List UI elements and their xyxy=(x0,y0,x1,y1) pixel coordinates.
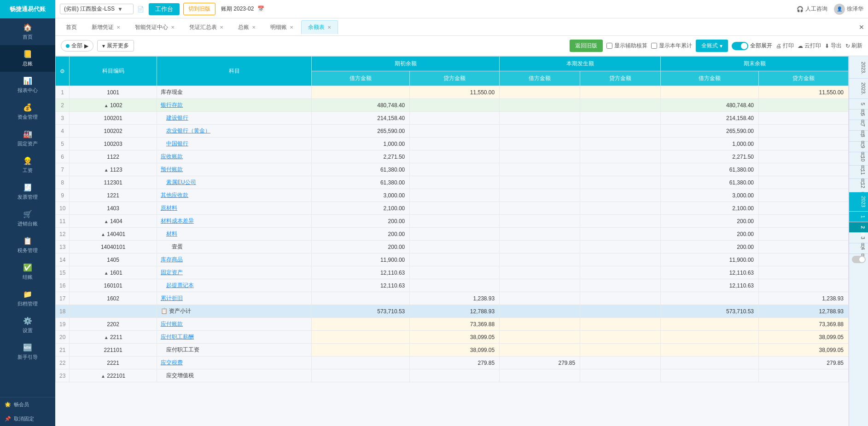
tab-detail-ledger-close[interactable]: ✕ xyxy=(290,25,293,30)
right-panel-month-7[interactable]: 7月 xyxy=(849,120,868,131)
row-name[interactable]: 应收账款 xyxy=(157,150,312,163)
sidebar-item-invoice[interactable]: 🧾 发票管理 xyxy=(0,178,55,205)
table-container[interactable]: ⚙ 科目编码 科目 期初余额 本期发生额 期末余额 借方金额 贷方金额 借方金额… xyxy=(55,56,849,426)
row-name[interactable]: 原材料 xyxy=(157,202,312,215)
row-name[interactable]: 中国银行 xyxy=(157,138,312,150)
right-panel-month-5[interactable]: 5月 xyxy=(849,99,868,109)
close-all-tabs[interactable]: ✕ xyxy=(859,23,864,31)
right-panel-month-12[interactable]: 12月 xyxy=(849,179,868,192)
cloud-print-button[interactable]: ☁ 云打印 xyxy=(798,42,821,50)
tab-general-ledger-close[interactable]: ✕ xyxy=(252,25,256,30)
refresh-button[interactable]: ↻ 刷新 xyxy=(845,42,862,50)
calendar-icon[interactable]: 📅 xyxy=(257,6,264,12)
consultant-button[interactable]: 🎧 人工咨询 xyxy=(797,5,827,13)
subject-link[interactable]: 起提票记本 xyxy=(166,282,194,288)
row-name[interactable]: 材料成本差异 xyxy=(157,215,312,228)
filter-button[interactable]: 全部 ▶ xyxy=(61,40,93,52)
subject-link[interactable]: 其他应收款 xyxy=(161,192,188,198)
sidebar-item-tax[interactable]: 📋 税务管理 xyxy=(0,232,55,259)
sidebar-item-settings[interactable]: ⚙️ 设置 xyxy=(0,312,55,339)
col-gear[interactable]: ⚙ xyxy=(56,57,70,86)
yearly-checkbox[interactable] xyxy=(651,43,657,49)
subject-link[interactable]: 农业银行（黄金） xyxy=(166,127,210,134)
subject-link[interactable]: 固定资产 xyxy=(161,269,183,276)
row-name[interactable]: 农业银行（黄金） xyxy=(157,125,312,138)
format-button[interactable]: 全账式 ▾ xyxy=(696,40,728,52)
right-panel-year-2023-2[interactable]: 2023. xyxy=(849,79,868,99)
tab-balance[interactable]: 余额表 ✕ xyxy=(301,20,338,34)
row-name[interactable]: 起提票记本 xyxy=(157,279,312,292)
subject-link[interactable]: 建设银行 xyxy=(166,115,188,121)
tab-smart-voucher-close[interactable]: ✕ xyxy=(171,25,175,30)
right-panel-year-2023-active[interactable]: 2023 xyxy=(849,192,868,211)
sidebar-item-home[interactable]: 🏠 首页 xyxy=(0,18,55,45)
right-panel-settings[interactable] xyxy=(852,256,866,263)
row-name[interactable]: 累计折旧 xyxy=(157,292,312,305)
check-yearly[interactable]: 显示本年累计 xyxy=(651,42,692,50)
right-panel-month-10[interactable]: 10月 xyxy=(849,152,868,166)
company-selector[interactable]: (劣前) 江西股金-LSS ▼ xyxy=(60,4,134,14)
sidebar-item-purchase[interactable]: 🛒 进销台账 xyxy=(0,205,55,232)
row-name[interactable]: 库存商品 xyxy=(157,253,312,266)
right-panel-month-4[interactable]: 4月 xyxy=(849,243,868,254)
row-name[interactable]: 建设银行 xyxy=(157,112,312,125)
tab-voucher-summary-close[interactable]: ✕ xyxy=(220,25,223,30)
subject-link[interactable]: 银行存款 xyxy=(161,102,183,108)
right-panel-month-8[interactable]: 8月 xyxy=(849,131,868,141)
row-name[interactable]: 银行存款 xyxy=(157,99,312,112)
row-name[interactable]: 其他应收款 xyxy=(157,189,312,202)
sidebar-item-fix-bottom[interactable]: 📌 取消固定 xyxy=(0,412,55,426)
row-name[interactable]: 材料 xyxy=(157,228,312,241)
switch-version-button[interactable]: 切到旧版 xyxy=(183,3,216,15)
sidebar-item-ledger[interactable]: 📒 总账 xyxy=(0,45,55,72)
row-name[interactable]: 应付账款 xyxy=(157,318,312,331)
right-panel-month-9[interactable]: 9月 xyxy=(849,142,868,152)
subject-link[interactable]: 原材料 xyxy=(161,205,177,211)
row-name[interactable]: 应交税费 xyxy=(157,357,312,369)
sidebar-item-archive[interactable]: 📁 归档管理 xyxy=(0,285,55,312)
tab-smart-voucher[interactable]: 智能凭证中心 ✕ xyxy=(128,20,181,34)
sidebar-item-guide[interactable]: 🆕 新手引导 xyxy=(0,339,55,365)
row-name[interactable]: 素属EU公司 xyxy=(157,176,312,189)
tab-new-voucher-close[interactable]: ✕ xyxy=(117,25,120,30)
tab-voucher-summary[interactable]: 凭证汇总表 ✕ xyxy=(182,20,230,34)
doc-icon[interactable]: 📄 xyxy=(137,6,144,12)
tab-new-voucher[interactable]: 新增凭证 ✕ xyxy=(85,20,127,34)
tab-detail-ledger[interactable]: 明细账 ✕ xyxy=(263,20,300,34)
return-old-version-button[interactable]: 返回旧版 xyxy=(570,40,603,52)
workbench-button[interactable]: 工作台 xyxy=(149,3,180,15)
tab-balance-close[interactable]: ✕ xyxy=(327,25,331,30)
expand-button[interactable]: ▾ 展开更多 xyxy=(97,40,134,52)
sidebar-item-settle[interactable]: ✅ 结账 xyxy=(0,259,55,285)
sidebar-item-fixed-assets[interactable]: 🏭 固定资产 xyxy=(0,125,55,152)
sidebar-item-report[interactable]: 📊 报表中心 xyxy=(0,72,55,98)
tab-general-ledger[interactable]: 总账 ✕ xyxy=(231,20,262,34)
subject-link[interactable]: 材料成本差异 xyxy=(161,218,194,224)
user-info[interactable]: 👤 徐泽华 xyxy=(834,4,863,15)
subject-link[interactable]: 中国银行 xyxy=(166,140,188,147)
subject-link[interactable]: 应付职工薪酬 xyxy=(161,334,194,340)
row-name[interactable]: 预付账款 xyxy=(157,163,312,176)
sidebar-item-salary[interactable]: 👷 工资 xyxy=(0,152,55,178)
subject-link[interactable]: 库存商品 xyxy=(161,256,183,263)
subject-link[interactable]: 累计折旧 xyxy=(161,295,183,301)
subject-link[interactable]: 素属EU公司 xyxy=(166,179,196,185)
subject-link[interactable]: 预付账款 xyxy=(161,166,183,173)
row-name[interactable]: 应付职工薪酬 xyxy=(157,331,312,344)
check-auxiliary[interactable]: 显示辅助核算 xyxy=(606,42,647,50)
print-button[interactable]: 🖨 打印 xyxy=(776,42,794,50)
sidebar-item-member[interactable]: 🌟 畅会员 xyxy=(0,397,55,412)
auxiliary-checkbox[interactable] xyxy=(606,43,612,49)
expand-all-toggle[interactable] xyxy=(732,42,748,50)
subject-link[interactable]: 应付账款 xyxy=(161,321,183,327)
subject-link[interactable]: 材料 xyxy=(166,230,177,237)
row-name[interactable]: 固定资产 xyxy=(157,266,312,279)
right-panel-month-2-active[interactable]: 2月 xyxy=(849,222,868,233)
right-panel-month-6[interactable]: 6月 xyxy=(849,109,868,120)
sidebar-item-capital[interactable]: 💰 资金管理 xyxy=(0,98,55,125)
tab-home[interactable]: 首页 xyxy=(59,20,84,34)
subject-link[interactable]: 应交税费 xyxy=(161,359,183,366)
right-panel-month-11[interactable]: 11月 xyxy=(849,166,868,179)
subject-link[interactable]: 应收账款 xyxy=(161,153,183,160)
right-panel-year-2023-1[interactable]: 2023. xyxy=(849,58,868,79)
